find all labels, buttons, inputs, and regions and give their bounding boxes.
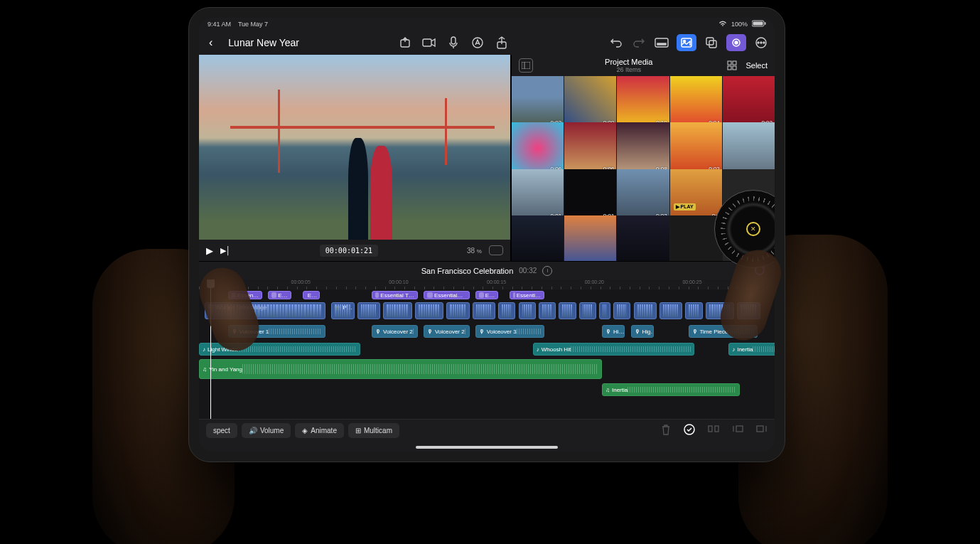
clip-video-clip[interactable] bbox=[473, 302, 495, 319]
media-thumbnail[interactable]: 0:09 bbox=[564, 76, 616, 128]
play-button[interactable]: ▶ bbox=[206, 245, 213, 256]
more-icon[interactable] bbox=[753, 35, 769, 50]
media-thumbnail[interactable] bbox=[617, 215, 669, 261]
clip-video-clip[interactable] bbox=[383, 302, 412, 319]
clip-audio-vo-clip[interactable]: 🎙Voiceover 2 bbox=[424, 325, 470, 338]
undo-icon[interactable] bbox=[608, 35, 624, 50]
sidebar-toggle-icon[interactable] bbox=[519, 58, 533, 73]
auto-icon[interactable] bbox=[470, 35, 485, 50]
timeline-ruler[interactable]: 00:00:0500:00:1000:00:1500:00:2000:00:25 bbox=[199, 279, 775, 289]
photo-library-icon[interactable] bbox=[677, 34, 696, 51]
clip-title-clip[interactable]: Essential T… bbox=[372, 291, 418, 299]
info-icon[interactable]: i bbox=[542, 266, 552, 276]
media-thumbnail[interactable]: 0:04 bbox=[670, 76, 722, 128]
media-thumbnail[interactable]: 0:03 bbox=[512, 76, 564, 128]
browser-header: Project Media 26 Items Select bbox=[512, 55, 775, 76]
multicam-button[interactable]: ⊞Multicam bbox=[348, 423, 399, 438]
clip-video-clip[interactable]: 📹 P… bbox=[331, 302, 354, 319]
clip-audio-sfx-clip[interactable]: ♪Whoosh Hit bbox=[533, 343, 694, 356]
trim-start-icon[interactable] bbox=[732, 424, 743, 437]
display-icon[interactable] bbox=[654, 35, 669, 50]
voiceover-track: 🎙Voiceover 1🎙Voiceover 2🎙Voiceover 2🎙Voi… bbox=[199, 325, 775, 338]
checkmark-icon[interactable] bbox=[684, 424, 695, 437]
clip-title-clip[interactable]: Essential… bbox=[424, 291, 470, 299]
timecode[interactable]: 00:00:01:21 bbox=[320, 245, 378, 257]
zoom-percent[interactable]: 38 % bbox=[467, 247, 482, 255]
media-thumbnail[interactable] bbox=[723, 122, 775, 174]
next-edit-button[interactable]: ▶│ bbox=[220, 246, 231, 255]
fit-button[interactable] bbox=[489, 245, 503, 255]
clip-video-clip[interactable] bbox=[559, 302, 576, 319]
play-badge: ▶ PLAY bbox=[674, 203, 696, 210]
media-thumbnail[interactable] bbox=[512, 215, 564, 261]
clip-title-clip[interactable]: E… bbox=[268, 291, 291, 299]
clip-audio-music-clip[interactable]: ♫Inertia bbox=[602, 383, 740, 396]
clip-video-clip[interactable] bbox=[415, 302, 444, 319]
clip-video-clip[interactable] bbox=[634, 302, 657, 319]
clip-video-clip[interactable] bbox=[539, 302, 556, 319]
clip-audio-sfx-clip[interactable]: ♪Inertia bbox=[728, 343, 775, 356]
svg-rect-30 bbox=[757, 426, 763, 432]
media-thumbnail[interactable]: 0:06 bbox=[512, 122, 564, 174]
timeline-header: San Francisco Celebration 00:32 i bbox=[199, 261, 775, 279]
clip-video-clip[interactable] bbox=[446, 302, 469, 319]
trash-icon[interactable] bbox=[661, 424, 671, 437]
status-bar: 9:41 AM Tue May 7 100% bbox=[199, 18, 775, 31]
clip-video-clip[interactable] bbox=[579, 302, 596, 319]
trim-end-icon[interactable] bbox=[756, 424, 768, 437]
animate-button[interactable]: ◈Animate bbox=[295, 423, 344, 438]
clip-audio-vo-clip[interactable]: 🎙Voiceover 2 bbox=[372, 325, 418, 338]
split-icon[interactable] bbox=[708, 424, 719, 437]
close-icon[interactable]: ✕ bbox=[746, 222, 760, 236]
media-thumbnail[interactable]: 0:02 bbox=[670, 122, 722, 174]
browser-title: Project Media bbox=[533, 58, 724, 66]
mic-icon[interactable] bbox=[446, 35, 461, 50]
clip-title-clip[interactable]: E… bbox=[303, 291, 320, 299]
timeline-duration: 00:32 bbox=[519, 267, 537, 274]
music-track-2: ♫Inertia bbox=[199, 383, 775, 396]
clip-audio-vo-clip[interactable]: 🎙Voiceover 3 bbox=[475, 325, 544, 338]
back-button[interactable]: ‹ bbox=[205, 36, 217, 49]
clip-video-clip[interactable] bbox=[613, 302, 630, 319]
project-title[interactable]: Lunar New Year bbox=[228, 37, 299, 48]
volume-button[interactable]: 🔊Volume bbox=[242, 423, 291, 438]
app-screen: 9:41 AM Tue May 7 100% ‹ Lunar New Year bbox=[199, 18, 775, 452]
share-icon[interactable] bbox=[494, 35, 510, 50]
inspect-button[interactable]: spect bbox=[206, 423, 237, 438]
import-icon[interactable] bbox=[397, 35, 413, 50]
media-thumbnail[interactable] bbox=[564, 215, 616, 261]
clip-video-clip[interactable] bbox=[519, 302, 536, 319]
ruler-mark: 00:00:05 bbox=[291, 279, 311, 284]
media-thumbnail[interactable]: 0:10 bbox=[617, 76, 669, 128]
media-thumbnail[interactable]: 0:06 bbox=[564, 122, 616, 174]
clip-audio-vo-clip[interactable]: 🎙Hi… bbox=[602, 325, 625, 338]
clip-title-clip[interactable]: Essenti… bbox=[510, 291, 544, 299]
clip-video-clip[interactable] bbox=[357, 302, 380, 319]
redo-icon[interactable] bbox=[631, 35, 647, 50]
overlay-icon[interactable] bbox=[704, 35, 719, 50]
home-indicator[interactable] bbox=[416, 446, 558, 449]
media-thumbnail[interactable]: 0:02 bbox=[617, 169, 669, 221]
select-button[interactable]: Select bbox=[745, 61, 768, 70]
viewer-canvas[interactable] bbox=[199, 55, 510, 240]
timeline[interactable]: 00:00:0500:00:1000:00:1500:00:2000:00:25… bbox=[199, 279, 775, 419]
media-thumbnail[interactable]: 0:01 bbox=[564, 169, 616, 221]
media-thumbnail[interactable]: 0:0▶ PLAY bbox=[670, 169, 722, 221]
status-time: 9:41 AM bbox=[208, 21, 231, 28]
clip-audio-vo-clip[interactable]: 🎙Hig… bbox=[631, 325, 654, 338]
clip-video-clip[interactable] bbox=[599, 302, 610, 319]
camera-icon[interactable] bbox=[421, 35, 437, 50]
settings-icon[interactable] bbox=[726, 34, 746, 51]
grid-view-icon[interactable] bbox=[724, 58, 740, 73]
clip-video-clip[interactable] bbox=[659, 302, 682, 319]
clip-audio-music-clip[interactable]: ♫Yin and Yang bbox=[199, 359, 602, 379]
media-thumbnail[interactable]: 0:02 bbox=[723, 76, 775, 128]
clip-title-clip[interactable]: E… bbox=[475, 291, 498, 299]
clip-video-clip[interactable] bbox=[685, 302, 702, 319]
svg-rect-8 bbox=[655, 38, 668, 47]
media-thumbnail[interactable]: 0:08 bbox=[617, 122, 669, 174]
svg-rect-20 bbox=[522, 62, 530, 69]
media-thumbnail[interactable]: 0:01 bbox=[512, 169, 564, 221]
svg-point-18 bbox=[760, 42, 762, 43]
clip-video-clip[interactable] bbox=[498, 302, 515, 319]
